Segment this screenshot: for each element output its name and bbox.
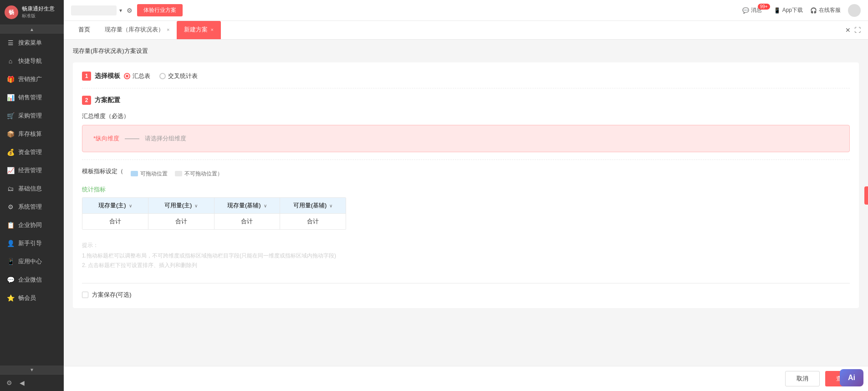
sidebar-item-label: 采购管理 <box>18 112 42 120</box>
app-download-label: App下载 <box>782 6 803 14</box>
tab-home[interactable]: 首页 <box>71 21 97 39</box>
app-tag: 标准版 <box>22 13 55 19</box>
sidebar-item-search-menu[interactable]: ☰ 搜索菜单 <box>0 34 64 52</box>
sidebar-item-app-center[interactable]: 📱 应用中心 <box>0 252 64 271</box>
radio-cross-label: 交叉统计表 <box>168 72 198 80</box>
tab-inventory-status[interactable]: 现存量（库存状况表） × <box>97 21 177 39</box>
collapse-icon[interactable]: ◀ <box>20 379 25 386</box>
sidebar-item-quick-nav[interactable]: ⌂ 快捷导航 <box>0 52 64 70</box>
sidebar-scroll-up[interactable]: ▲ <box>0 25 64 34</box>
stats-table-header: 现存量(主) ∨ 可用量(主) ∨ 现存量(基辅) ∨ 可用量(基辅) ∨ <box>82 198 346 213</box>
sales-icon: 📊 <box>6 93 15 102</box>
topbar: ▾ ⚙ 体验行业方案 💬 消息 99+ 📱 App下载 🎧 在线客服 <box>64 0 868 21</box>
page-title: 现存量(库存状况表)方案设置 <box>73 47 859 55</box>
col-label-3: 可用量(基辅) <box>293 201 327 210</box>
sidebar-footer: ⚙ ◀ <box>0 374 64 391</box>
sidebar-item-basic-info[interactable]: 🗂 基础信息 <box>0 180 64 198</box>
sidebar-item-label: 快捷导航 <box>18 57 42 65</box>
dimension-label: 汇总维度（必选） <box>82 112 850 120</box>
dimension-select-area[interactable]: *纵向维度 —— 请选择分组维度 <box>82 125 850 152</box>
sidebar-scroll-down[interactable]: ▼ <box>0 365 64 374</box>
sidebar-item-label: 基础信息 <box>18 185 42 193</box>
col-header-2[interactable]: 现存量(基辅) ∨ <box>214 198 281 213</box>
legend-movable: 可拖动位置 <box>131 170 168 178</box>
ai-button[interactable]: Ai <box>840 369 863 386</box>
sidebar-item-newbie[interactable]: 👤 新手引导 <box>0 234 64 252</box>
basic-info-icon: 🗂 <box>6 185 15 193</box>
sidebar-item-contract[interactable]: 📋 企业协同 <box>0 216 64 234</box>
topbar-online-service[interactable]: 🎧 在线客服 <box>810 6 841 14</box>
trial-industry-button[interactable]: 体验行业方案 <box>137 4 183 16</box>
newbie-icon: 👤 <box>6 239 15 247</box>
col-dropdown-0[interactable]: ∨ <box>129 203 132 208</box>
logo-icon: 畅 <box>5 5 18 19</box>
inventory-icon: 📦 <box>6 130 15 138</box>
tab-window-expand[interactable]: ⛶ <box>854 26 861 34</box>
topbar-gear-icon[interactable]: ⚙ <box>127 7 133 14</box>
movable-label: 可拖动位置 <box>140 170 168 178</box>
cell-1: 合计 <box>148 214 214 229</box>
settings-icon[interactable]: ⚙ <box>6 379 12 386</box>
col-header-3[interactable]: 可用量(基辅) ∨ <box>280 198 346 213</box>
cell-0: 合计 <box>82 214 148 229</box>
radio-summary[interactable]: 汇总表 <box>124 72 150 80</box>
sidebar-item-label: 企业协同 <box>18 221 42 229</box>
right-edge-tab[interactable] <box>864 186 868 205</box>
tab-window-close[interactable]: ✕ <box>845 26 851 34</box>
radio-summary-circle <box>124 73 130 79</box>
sidebar-item-business[interactable]: 📈 经营管理 <box>0 161 64 180</box>
col-dropdown-3[interactable]: ∨ <box>329 203 332 208</box>
sidebar-item-marketing[interactable]: 🎁 营销推广 <box>0 70 64 88</box>
sidebar-item-finance[interactable]: 💰 资金管理 <box>0 143 64 161</box>
app-name: 畅康通好生意 <box>22 5 55 13</box>
save-row: 方案保存(可选) <box>82 283 850 299</box>
legend-fixed: 不可拖动位置） <box>175 170 223 178</box>
col-dropdown-2[interactable]: ∨ <box>264 203 267 208</box>
sidebar-logo: 畅 畅康通好生意 标准版 <box>0 0 64 25</box>
col-dropdown-1[interactable]: ∨ <box>194 203 198 208</box>
finance-icon: 💰 <box>6 148 15 156</box>
tab-inventory-close[interactable]: × <box>167 27 169 32</box>
indicators-label: 模板指标设定（ <box>82 167 123 175</box>
quick-nav-icon: ⌂ <box>6 57 15 65</box>
sidebar-item-sales[interactable]: 📊 销售管理 <box>0 88 64 107</box>
sidebar-item-label: 应用中心 <box>18 257 42 266</box>
content-area: 现存量(库存状况表)方案设置 1 选择模板 汇总表 交叉统计表 <box>64 40 868 366</box>
tips-title: 提示： <box>82 242 850 249</box>
sidebar-item-label: 营销推广 <box>18 75 42 83</box>
cancel-button[interactable]: 取消 <box>785 371 820 386</box>
cell-2: 合计 <box>214 214 281 229</box>
save-checkbox[interactable] <box>82 292 88 298</box>
radio-cross[interactable]: 交叉统计表 <box>159 72 198 80</box>
footer-bar: 取消 查询 <box>64 366 868 391</box>
sidebar-item-wechat[interactable]: 💬 企业微信 <box>0 271 64 289</box>
marketing-icon: 🎁 <box>6 75 15 83</box>
topbar-search-input[interactable] <box>71 5 117 15</box>
phone-icon: 📱 <box>774 7 781 14</box>
topbar-app-download[interactable]: 📱 App下载 <box>774 6 803 14</box>
tab-new-plan-close[interactable]: × <box>210 27 213 32</box>
col-label-1: 可用量(主) <box>164 201 192 210</box>
tabs-right-buttons: ✕ ⛶ <box>845 26 861 34</box>
contract-icon: 📋 <box>6 221 15 229</box>
col-header-1[interactable]: 可用量(主) ∨ <box>148 198 214 213</box>
user-avatar[interactable] <box>848 4 861 17</box>
message-badge: 99+ <box>758 4 770 10</box>
topbar-actions: 💬 消息 99+ 📱 App下载 🎧 在线客服 <box>742 4 861 17</box>
col-header-0[interactable]: 现存量(主) ∨ <box>82 198 148 213</box>
tab-new-plan[interactable]: 新建方案 × <box>177 21 220 39</box>
sidebar-item-inventory[interactable]: 📦 库存核算 <box>0 125 64 143</box>
tabs-bar: 首页 现存量（库存状况表） × 新建方案 × ✕ ⛶ <box>64 21 868 40</box>
topbar-dropdown-btn[interactable]: ▾ <box>119 7 122 14</box>
stats-table: 现存量(主) ∨ 可用量(主) ∨ 现存量(基辅) ∨ 可用量(基辅) ∨ <box>82 197 346 230</box>
tip-item-1: 2. 点击标题栏下拉可设置排序、插入列和删除列 <box>82 262 850 269</box>
topbar-message[interactable]: 💬 消息 99+ <box>742 6 766 14</box>
business-icon: 📈 <box>6 166 15 175</box>
template-radio-group: 汇总表 交叉统计表 <box>124 72 850 80</box>
search-menu-icon: ☰ <box>6 39 15 47</box>
sidebar-item-member[interactable]: ⭐ 畅会员 <box>0 289 64 307</box>
tab-home-label: 首页 <box>78 26 90 34</box>
settings-card: 1 选择模板 汇总表 交叉统计表 2 方案 <box>73 62 859 308</box>
sidebar-item-purchase[interactable]: 🛒 采购管理 <box>0 107 64 125</box>
sidebar-item-system[interactable]: ⚙ 系统管理 <box>0 198 64 216</box>
